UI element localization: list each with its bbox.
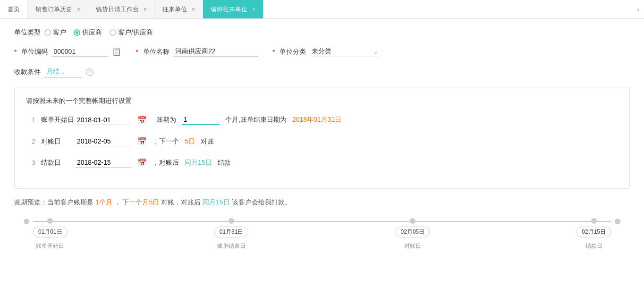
timeline-point-3: 02月05日 对账日 xyxy=(396,218,430,250)
payment-value: 月结 xyxy=(46,68,59,76)
code-required: * xyxy=(14,48,17,56)
payment-chevron-icon: ⌄ xyxy=(61,69,65,75)
radio-supplier-label: 供应商 xyxy=(82,28,102,37)
category-group: * 单位分类 未分类 ⌄ xyxy=(272,46,381,57)
start-date-calendar-icon[interactable]: 📅 xyxy=(137,116,147,125)
radio-customer[interactable]: 客户 xyxy=(44,28,66,37)
preview-part1: 1个月 xyxy=(95,198,112,206)
radio-circle-supplier xyxy=(74,29,80,36)
reconcile-suffix: 对账 xyxy=(201,137,214,146)
tab-bar: 首页 销售订单历史 × 钱货日清工作台 × 往来单位 × 编辑往来单位 × › xyxy=(0,0,644,19)
preview-sep2: 对账，对账后 xyxy=(161,198,201,206)
payment-suffix: 结款 xyxy=(218,159,231,167)
tab-edit-partner-label: 编辑往来单位 xyxy=(211,5,247,14)
start-date-input[interactable] xyxy=(75,115,132,125)
settings-box: 请按照未来的一个完整帐期进行设置 1 账单开始日 📅 账期为 个月,账单结束日期… xyxy=(14,87,630,189)
radio-customer-label: 客户 xyxy=(53,28,66,37)
category-value: 未分类 xyxy=(312,47,331,56)
row-num-1: 1 xyxy=(26,116,35,124)
tab-partner[interactable]: 往来单位 × xyxy=(155,0,203,18)
name-label: 单位名称 xyxy=(143,48,169,56)
point-desc-3: 对账日 xyxy=(404,242,421,250)
question-mark: ? xyxy=(88,69,91,75)
code-input[interactable] xyxy=(51,47,108,57)
radio-group: 客户 供应商 客户/供应商 xyxy=(44,28,153,37)
radio-both[interactable]: 客户/供应商 xyxy=(110,28,153,37)
payment-group: 收款条件 月结 ⌄ ? xyxy=(14,67,93,77)
preview-part2: 下一个月5日 xyxy=(122,198,159,206)
tab-partner-label: 往来单位 xyxy=(162,5,187,14)
tab-cash-work-close[interactable]: × xyxy=(144,6,147,13)
timeline-point-2: 01月31日 账单结束日 xyxy=(214,218,249,250)
timeline-point-1: 01月01日 账单开始日 xyxy=(33,218,68,250)
payment-prefix: ，对账后 xyxy=(153,159,179,167)
tab-partner-close[interactable]: × xyxy=(192,6,195,13)
name-input[interactable] xyxy=(173,47,258,57)
box-title: 请按照未来的一个完整帐期进行设置 xyxy=(26,97,618,105)
radio-supplier[interactable]: 供应商 xyxy=(74,28,102,37)
point-desc-4: 结款日 xyxy=(585,242,602,250)
reconcile-date-input[interactable] xyxy=(75,136,132,146)
payment-date-input[interactable] xyxy=(75,158,132,168)
row-num-2: 2 xyxy=(26,138,35,145)
copy-icon[interactable]: 📋 xyxy=(112,47,121,56)
point-label-2: 01月31日 xyxy=(214,227,249,237)
category-required: * xyxy=(272,48,275,56)
radio-circle-both xyxy=(110,29,116,36)
end-date-highlight: 2018年01月31日 xyxy=(292,116,341,124)
payment-label: 收款条件 xyxy=(14,68,41,76)
unit-type-label: 单位类型 xyxy=(14,28,41,37)
entry-row-3: 3 结款日 📅 ，对账后 同月15日 结款 xyxy=(26,158,618,168)
timeline-point-4: 02月15日 结款日 xyxy=(576,218,611,250)
period-suffix: 个月,账单结束日期为 xyxy=(225,116,287,124)
help-icon[interactable]: ? xyxy=(86,68,93,76)
reconcile-date-calendar-icon[interactable]: 📅 xyxy=(137,137,147,146)
code-group: * 单位编码 📋 xyxy=(14,47,121,57)
reconcile-highlight: 5日 xyxy=(185,137,195,146)
entry-row-1: 1 账单开始日 📅 账期为 个月,账单结束日期为 2018年01月31日 xyxy=(26,115,618,125)
payment-dropdown[interactable]: 月结 ⌄ xyxy=(44,67,82,77)
tab-more-arrow[interactable]: › xyxy=(632,0,644,18)
entry-label-2: 对账日 xyxy=(41,137,69,146)
point-desc-2: 账单结束日 xyxy=(217,242,246,250)
timeline-line xyxy=(33,221,611,222)
tab-sales-history-label: 销售订单历史 xyxy=(35,5,72,14)
timeline-left-dot xyxy=(24,219,29,224)
tab-sales-history[interactable]: 销售订单历史 × xyxy=(28,0,88,18)
tab-cash-work[interactable]: 钱货日清工作台 × xyxy=(88,0,155,18)
tab-home[interactable]: 首页 xyxy=(0,0,28,18)
preview-part4: 该客户会给我打款。 xyxy=(232,198,291,206)
period-input[interactable] xyxy=(182,115,220,125)
point-label-3: 02月05日 xyxy=(396,227,430,237)
name-group: * 单位名称 xyxy=(136,47,258,57)
reconcile-prefix: ，下一个 xyxy=(153,137,179,146)
payment-row: 收款条件 月结 ⌄ ? xyxy=(14,67,630,77)
point-desc-1: 账单开始日 xyxy=(36,242,64,250)
tab-sales-history-close[interactable]: × xyxy=(77,6,80,13)
entry-row-2: 2 对账日 📅 ，下一个 5日 对账 xyxy=(26,136,618,146)
category-label: 单位分类 xyxy=(280,48,306,56)
tab-edit-partner-close[interactable]: × xyxy=(252,6,255,13)
row-num-3: 3 xyxy=(26,159,35,167)
radio-both-label: 客户/供应商 xyxy=(118,28,153,37)
timeline-right-dot xyxy=(615,219,620,224)
entry-label-3: 结款日 xyxy=(41,159,69,167)
point-label-1: 01月01日 xyxy=(33,227,68,237)
point-label-4: 02月15日 xyxy=(576,227,611,237)
preview-label: 账期预览：当前客户账期是 xyxy=(14,198,93,206)
name-required: * xyxy=(136,48,138,56)
period-prefix: 账期为 xyxy=(156,116,176,124)
code-label: 单位编码 xyxy=(21,48,48,56)
tab-edit-partner[interactable]: 编辑往来单位 × xyxy=(203,0,263,18)
unit-type-row: 单位类型 客户 供应商 客户/供应商 xyxy=(14,28,630,37)
category-chevron-icon: ⌄ xyxy=(373,48,379,55)
preview-sep1: ， xyxy=(114,198,121,206)
category-select[interactable]: 未分类 ⌄ xyxy=(310,46,381,57)
chevron-right-icon: › xyxy=(637,6,639,13)
payment-date-calendar-icon[interactable]: 📅 xyxy=(137,158,147,167)
entry-label-1: 账单开始日 xyxy=(41,116,69,124)
radio-circle-customer xyxy=(44,29,51,36)
tab-cash-work-label: 钱货日清工作台 xyxy=(96,5,139,14)
unit-type-group: 单位类型 客户 供应商 客户/供应商 xyxy=(14,28,153,37)
payment-highlight: 同月15日 xyxy=(185,159,212,167)
